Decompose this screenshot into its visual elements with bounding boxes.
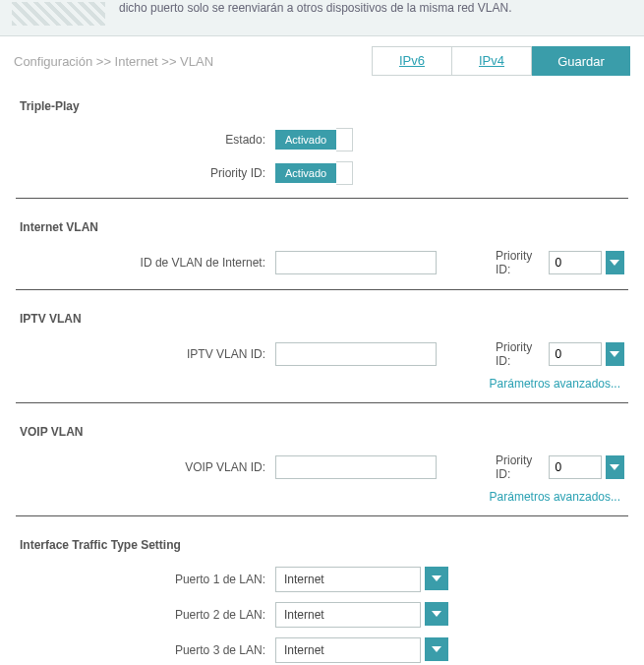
- toggle-priority-state: Activado: [275, 163, 336, 183]
- label-voip-vlan-id: VOIP VLAN ID:: [20, 460, 275, 474]
- select-lan3[interactable]: Internet: [275, 637, 448, 663]
- label-iptv-priority: Priority ID:: [496, 340, 541, 368]
- select-lan2-value: Internet: [275, 602, 421, 628]
- divider: [16, 515, 628, 516]
- label-priority-toggle: Priority ID:: [20, 166, 275, 180]
- info-banner: dicho puerto solo se reenviarán a otros …: [0, 0, 644, 36]
- label-lan3: Puerto 3 de LAN:: [20, 643, 275, 657]
- select-lan2[interactable]: Internet: [275, 602, 448, 628]
- chevron-down-icon: [425, 637, 448, 661]
- section-voip-vlan: VOIP VLAN: [0, 411, 644, 449]
- divider: [16, 198, 628, 199]
- input-internet-vlan-id[interactable]: [275, 251, 437, 274]
- dropdown-voip-priority[interactable]: [606, 455, 625, 479]
- label-voip-priority: Priority ID:: [496, 453, 541, 481]
- breadcrumb: Configuración >> Internet >> VLAN: [14, 54, 372, 69]
- select-lan1-value: Internet: [275, 567, 421, 592]
- chevron-down-icon: [425, 567, 448, 590]
- input-voip-vlan-id[interactable]: [275, 455, 437, 479]
- section-iptv-vlan: IPTV VLAN: [0, 298, 644, 335]
- select-lan3-value: Internet: [275, 637, 421, 663]
- toggle-estado-handle: [336, 128, 353, 151]
- link-iptv-advanced[interactable]: Parámetros avanzados...: [490, 377, 620, 391]
- section-internet-vlan: Internet VLAN: [0, 207, 644, 244]
- input-iptv-priority[interactable]: [549, 342, 602, 366]
- tab-ipv4[interactable]: IPv4: [452, 46, 532, 76]
- select-lan1[interactable]: Internet: [275, 567, 448, 592]
- input-iptv-vlan-id[interactable]: [275, 342, 437, 366]
- label-iptv-vlan-id: IPTV VLAN ID:: [20, 347, 275, 361]
- banner-text: dicho puerto solo se reenviarán a otros …: [119, 0, 512, 17]
- label-lan1: Puerto 1 de LAN:: [20, 573, 275, 586]
- label-internet-vlan-id: ID de VLAN de Internet:: [20, 256, 275, 270]
- toggle-estado-state: Activado: [275, 130, 336, 150]
- label-lan2: Puerto 2 de LAN:: [20, 608, 275, 622]
- divider: [16, 289, 628, 290]
- tab-ipv6[interactable]: IPv6: [372, 46, 452, 76]
- topbar: Configuración >> Internet >> VLAN IPv6 I…: [0, 36, 644, 86]
- input-voip-priority[interactable]: [549, 455, 602, 479]
- toggle-estado[interactable]: Activado: [275, 128, 353, 151]
- dropdown-iptv-priority[interactable]: [606, 342, 625, 366]
- link-voip-advanced[interactable]: Parámetros avanzados...: [490, 490, 620, 504]
- label-estado: Estado:: [20, 133, 275, 147]
- chevron-down-icon: [425, 602, 448, 626]
- input-internet-priority[interactable]: [549, 251, 602, 274]
- section-triple-play: Triple-Play: [0, 86, 644, 123]
- toggle-priority[interactable]: Activado: [275, 161, 353, 185]
- toggle-priority-handle: [336, 161, 353, 185]
- section-interface-traffic: Interface Traffic Type Setting: [0, 524, 644, 562]
- save-button[interactable]: Guardar: [532, 46, 630, 76]
- label-internet-priority: Priority ID:: [496, 249, 541, 276]
- divider: [16, 402, 628, 403]
- dropdown-internet-priority[interactable]: [606, 251, 625, 274]
- banner-icon: [12, 2, 105, 26]
